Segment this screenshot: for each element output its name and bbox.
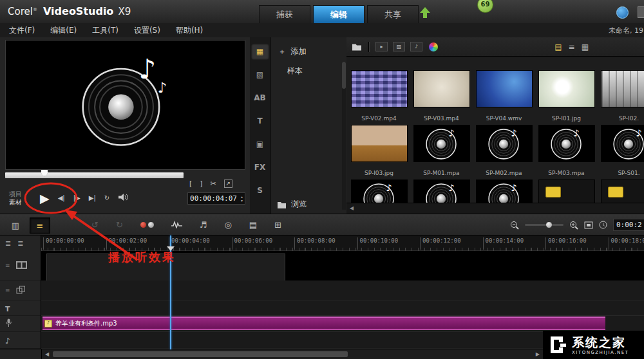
mode-clip[interactable]: 素材: [9, 198, 22, 207]
nav-titles-icon[interactable]: T: [251, 113, 269, 129]
library-item[interactable]: SP-V04.wmv: [475, 71, 534, 125]
music-track-header[interactable]: ♪: [0, 332, 41, 349]
library-item[interactable]: ♪ SP-M03.mpa: [537, 125, 596, 180]
scroll-left-icon[interactable]: ◀: [45, 351, 49, 357]
project-duration[interactable]: 0:00:2: [613, 219, 644, 231]
menu-item-settings[interactable]: 设置(S): [134, 25, 160, 36]
zoom-slider[interactable]: [525, 224, 564, 226]
library-item[interactable]: ♪ SP-S01.: [600, 125, 644, 180]
library-item[interactable]: [537, 180, 596, 203]
auto-music-button[interactable]: ♬: [200, 220, 207, 230]
view-list-icon[interactable]: ≡: [569, 42, 575, 51]
filter-photo-icon[interactable]: ▨: [393, 42, 405, 51]
plus-icon: ＋: [278, 46, 286, 57]
tab-capture[interactable]: 捕获: [259, 5, 310, 23]
globe-icon[interactable]: [616, 6, 629, 19]
video-track-header[interactable]: ≡: [0, 251, 41, 281]
scroll-right-icon[interactable]: ▶: [536, 351, 540, 357]
library-item[interactable]: SP-V02.mp4: [350, 71, 409, 125]
browse-button[interactable]: 浏览: [277, 199, 307, 210]
split-screen-template-button[interactable]: ⊞: [274, 220, 281, 230]
play-button[interactable]: ▶: [40, 194, 50, 202]
zoom-in-icon[interactable]: [569, 221, 578, 230]
nav-instant-project-icon[interactable]: ▧: [251, 67, 269, 83]
mark-in-button[interactable]: [: [189, 180, 192, 188]
notification-badge[interactable]: 69: [477, 0, 493, 13]
library-scrollbar[interactable]: ◀: [346, 203, 644, 214]
library-item[interactable]: ♪ SP-M02.mpa: [475, 125, 534, 180]
library-item[interactable]: [600, 180, 644, 203]
upgrade-arrow-icon[interactable]: [420, 7, 430, 19]
redo-button[interactable]: ↻: [116, 220, 123, 230]
svg-text:♪: ♪: [139, 53, 156, 85]
filter-audio-icon[interactable]: ♪: [410, 42, 422, 51]
storyboard-view-button[interactable]: ▥: [5, 217, 26, 234]
add-track-button[interactable]: ≣: [17, 239, 23, 248]
library-item[interactable]: ♪: [350, 180, 409, 203]
clock-icon[interactable]: [599, 221, 607, 229]
timeline-view-button[interactable]: ≡: [30, 217, 50, 234]
filter-video-icon[interactable]: ▸: [375, 42, 388, 51]
menu-item-file[interactable]: 文件(F): [9, 25, 35, 36]
prev-frame-button[interactable]: ◀|: [58, 194, 65, 202]
zoom-out-icon[interactable]: [510, 221, 519, 230]
nav-motion-paths-icon[interactable]: S: [251, 183, 269, 199]
enlarge-preview-button[interactable]: ↗: [224, 180, 232, 188]
preview-timecode[interactable]: 00:00:04:07 ▴▾: [187, 192, 245, 205]
title-track-row[interactable]: [41, 300, 644, 316]
library-item[interactable]: SP-I02.: [600, 71, 644, 125]
voice-track-row[interactable]: ♪ 养羊业有利条件.mp3: [41, 316, 644, 332]
nav-graphics-icon[interactable]: ▣: [251, 136, 269, 152]
library-item[interactable]: ♪: [475, 180, 534, 203]
library-item[interactable]: ♪: [412, 180, 471, 203]
repeat-button[interactable]: ↻: [104, 194, 109, 202]
mark-out-button[interactable]: ]: [200, 180, 202, 188]
view-smart-icon[interactable]: ▤: [554, 42, 562, 51]
library-item[interactable]: SP-V03.mp4: [412, 71, 471, 125]
scrub-bar[interactable]: [5, 172, 184, 178]
scrollbar-thumb[interactable]: [53, 351, 348, 357]
view-thumbnail-icon[interactable]: ▦: [582, 42, 589, 51]
next-frame-button[interactable]: |▶: [73, 194, 80, 202]
overlay-track-row[interactable]: [41, 281, 644, 300]
timeline-ruler[interactable]: ≣≣ 00:00:00:0000:00:02:0000:00:04:0000:0…: [0, 235, 644, 251]
zoom-slider-knob[interactable]: [546, 222, 552, 228]
scrub-marker[interactable]: [41, 170, 48, 176]
library-item[interactable]: ♪ SP-M01.mpa: [412, 125, 471, 180]
jump-end-button[interactable]: ▶|: [89, 194, 96, 202]
track-options-icon[interactable]: ≡: [5, 287, 10, 293]
fit-project-icon[interactable]: [584, 221, 593, 229]
library-item[interactable]: SP-I01.jpg: [537, 71, 596, 125]
audio-clip[interactable]: ♪ 养羊业有利条件.mp3: [43, 317, 605, 330]
mode-project[interactable]: 项目: [9, 190, 22, 198]
voice-track-header[interactable]: [0, 316, 41, 332]
menu-item-tools[interactable]: 工具(T): [92, 25, 118, 36]
color-wheel-icon[interactable]: [429, 42, 438, 51]
volume-button[interactable]: [118, 193, 129, 203]
track-options-icon[interactable]: ≡: [5, 262, 10, 269]
add-folder-button[interactable]: ＋ 添加: [278, 46, 307, 57]
titlebar-edge-icon[interactable]: [638, 6, 644, 18]
motion-tracking-button[interactable]: ◎: [224, 220, 231, 230]
nav-transitions-icon[interactable]: AB: [251, 90, 269, 106]
gallery-scrollbar[interactable]: [342, 62, 346, 210]
tab-share[interactable]: 共享: [367, 5, 419, 23]
title-track-header[interactable]: T: [0, 300, 41, 316]
undo-button[interactable]: ↺: [91, 220, 99, 230]
overlay-track-header[interactable]: ≡: [0, 281, 41, 300]
nav-filters-icon[interactable]: FX: [251, 160, 269, 176]
tab-edit[interactable]: 编辑: [313, 5, 365, 23]
timecode-spinner[interactable]: ▴▾: [239, 195, 245, 203]
sound-mixer-button[interactable]: [171, 220, 182, 230]
split-clip-button[interactable]: ✂: [211, 180, 216, 188]
nav-media-library-icon[interactable]: ▦: [251, 44, 269, 60]
track-manager-button[interactable]: ≣: [5, 239, 11, 248]
subtitle-editor-button[interactable]: ▤: [249, 220, 257, 230]
scroll-left-icon[interactable]: ◀: [350, 205, 354, 211]
library-item[interactable]: SP-I03.jpg: [350, 125, 409, 180]
import-folder-icon[interactable]: [352, 42, 362, 51]
menu-item-help[interactable]: 帮助(H): [176, 25, 203, 36]
menu-item-edit[interactable]: 编辑(E): [50, 25, 77, 36]
sample-folder-item[interactable]: 样本: [287, 66, 303, 77]
record-capture-options-button[interactable]: [140, 222, 154, 228]
